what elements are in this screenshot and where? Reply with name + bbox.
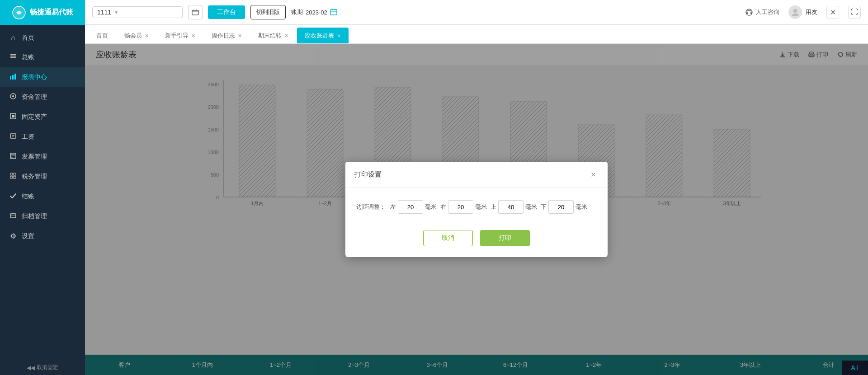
company-selector[interactable]: 1111 ▼ xyxy=(92,6,183,18)
sidebar-collapse-btn[interactable]: ◀◀ 取消固定 xyxy=(0,360,85,375)
logo-icon xyxy=(12,5,26,20)
svg-rect-19 xyxy=(14,173,16,175)
svg-rect-36 xyxy=(750,12,752,14)
period-display: 账期 2023-02 xyxy=(291,8,337,17)
svg-rect-21 xyxy=(14,176,16,178)
svg-rect-11 xyxy=(10,134,16,138)
invoice-icon xyxy=(9,152,17,161)
tab-aging-close[interactable]: ✕ xyxy=(337,33,341,39)
svg-rect-20 xyxy=(10,176,13,178)
window-close-button[interactable]: ✕ xyxy=(826,6,839,19)
switch-version-button[interactable]: 切到旧版 xyxy=(250,5,286,19)
tab-aging[interactable]: 应收账龄表 ✕ xyxy=(297,28,349,43)
tab-period-close-btn[interactable]: ✕ xyxy=(284,33,288,39)
dialog-footer: 取消 打印 xyxy=(345,223,608,257)
left-margin-item: 左 毫米 xyxy=(390,200,437,214)
dialog-body: 边距调整： 左 毫米 右 毫米 xyxy=(345,188,608,223)
archive-icon xyxy=(9,212,17,221)
topbar: 1111 ▼ 工作台 切到旧版 账期 2023-02 人工咨询 用友 xyxy=(85,0,868,25)
bottom-margin-input[interactable] xyxy=(548,200,574,214)
right-label: 右 xyxy=(440,203,446,211)
topbar-right: 人工咨询 用友 ✕ ⛶ xyxy=(745,5,861,19)
print-settings-dialog: 打印设置 ✕ 边距调整： 左 毫米 右 xyxy=(345,162,608,257)
archive-icon xyxy=(191,8,199,16)
tab-log[interactable]: 操作日志 ✕ xyxy=(204,28,250,43)
left-margin-input[interactable] xyxy=(398,200,423,214)
workbench-button[interactable]: 工作台 xyxy=(208,5,245,19)
tab-log-label: 操作日志 xyxy=(212,32,235,40)
window-maximize-button[interactable]: ⛶ xyxy=(848,6,861,19)
svg-point-8 xyxy=(12,95,14,97)
tab-aging-label: 应收账龄表 xyxy=(305,32,334,40)
tab-member[interactable]: 畅会员 ✕ xyxy=(117,28,156,43)
tab-period-close[interactable]: 期末结转 ✕ xyxy=(250,28,296,43)
settings-icon: ⚙ xyxy=(9,232,17,240)
tabbar: 首页 畅会员 ✕ 新手引导 ✕ 操作日志 ✕ 期末结转 ✕ 应收账龄表 ✕ xyxy=(85,25,868,44)
sidebar-item-settings[interactable]: ⚙ 设置 xyxy=(0,226,85,246)
svg-rect-26 xyxy=(192,10,198,15)
dialog-title: 打印设置 xyxy=(354,170,382,179)
dialog-close-button[interactable]: ✕ xyxy=(588,169,599,180)
svg-rect-5 xyxy=(12,75,14,80)
svg-rect-22 xyxy=(10,214,16,218)
svg-rect-18 xyxy=(10,173,13,175)
tab-member-close[interactable]: ✕ xyxy=(145,33,149,39)
right-margin-input[interactable] xyxy=(448,200,473,214)
dialog-header: 打印设置 ✕ xyxy=(345,162,608,188)
svg-rect-4 xyxy=(10,76,11,80)
sidebar-item-archive[interactable]: 归档管理 xyxy=(0,206,85,226)
main-area: 1111 ▼ 工作台 切到旧版 账期 2023-02 人工咨询 用友 xyxy=(85,0,868,375)
tab-guide[interactable]: 新手引导 ✕ xyxy=(157,28,203,43)
margin-inputs: 左 毫米 右 毫米 上 xyxy=(390,200,587,214)
company-dropdown-icon: ▼ xyxy=(114,10,118,15)
archive-button[interactable] xyxy=(188,5,203,19)
assets-icon xyxy=(9,112,17,122)
svg-rect-2 xyxy=(10,56,16,56)
tab-guide-label: 新手引导 xyxy=(165,32,189,40)
user-name: 用友 xyxy=(806,8,817,16)
tab-guide-close[interactable]: ✕ xyxy=(191,33,195,39)
salary-icon xyxy=(9,132,17,141)
headset-icon xyxy=(745,8,753,16)
top-margin-input[interactable] xyxy=(498,200,524,214)
svg-rect-3 xyxy=(10,57,16,58)
sidebar-item-checkout[interactable]: 结账 xyxy=(0,187,85,206)
company-name: 1111 xyxy=(97,9,111,16)
period-value: 2023-02 xyxy=(306,9,327,16)
calendar-icon[interactable] xyxy=(330,8,337,17)
support-button[interactable]: 人工咨询 xyxy=(745,8,779,16)
tab-home[interactable]: 首页 xyxy=(89,28,116,43)
top-label: 上 xyxy=(491,203,496,211)
sidebar-item-reports[interactable]: 报表中心 xyxy=(0,67,85,87)
ledger-icon xyxy=(9,53,17,62)
support-label: 人工咨询 xyxy=(756,8,779,16)
svg-rect-1 xyxy=(10,54,16,55)
cancel-button[interactable]: 取消 xyxy=(423,230,473,246)
bottom-label: 下 xyxy=(541,203,547,211)
sidebar-item-assets[interactable]: 固定资产 xyxy=(0,107,85,127)
left-label: 左 xyxy=(390,203,396,211)
sidebar-item-salary[interactable]: 工资 xyxy=(0,127,85,147)
print-confirm-button[interactable]: 打印 xyxy=(480,230,530,246)
tab-home-label: 首页 xyxy=(96,32,108,40)
collapse-arrow-icon: ◀◀ xyxy=(27,365,35,371)
sidebar-item-tax[interactable]: 税务管理 xyxy=(0,167,85,187)
user-menu[interactable]: 用友 xyxy=(788,5,817,19)
user-avatar xyxy=(788,5,802,19)
tab-period-label: 期末结转 xyxy=(258,32,282,40)
left-unit: 毫米 xyxy=(425,203,437,211)
tab-log-close[interactable]: ✕ xyxy=(238,33,242,39)
sidebar-item-invoice[interactable]: 发票管理 xyxy=(0,147,85,167)
svg-point-37 xyxy=(793,9,797,13)
tab-member-label: 畅会员 xyxy=(124,32,142,40)
top-unit: 毫米 xyxy=(525,203,537,211)
dialog-overlay: 打印设置 ✕ 边距调整： 左 毫米 右 xyxy=(85,44,868,375)
sidebar-item-funds[interactable]: 资金管理 xyxy=(0,87,85,107)
bottom-margin-item: 下 毫米 xyxy=(541,200,587,214)
reports-icon xyxy=(9,73,17,82)
sidebar-item-ledger[interactable]: 总账 xyxy=(0,47,85,67)
sidebar: 畅捷通易代账 ⌂ 首页 总账 报表中心 资金管理 xyxy=(0,0,85,375)
app-logo: 畅捷通易代账 xyxy=(0,0,85,25)
svg-rect-10 xyxy=(12,115,14,117)
sidebar-item-home[interactable]: ⌂ 首页 xyxy=(0,28,85,47)
